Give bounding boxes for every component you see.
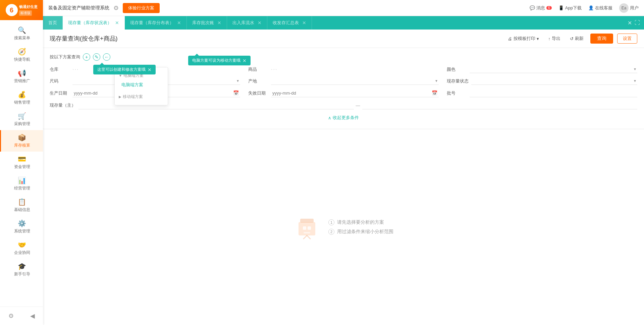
expire-date-input[interactable] [272,91,430,96]
color-select[interactable]: ▾ [470,65,637,73]
tab-close-inventory-dist[interactable]: ✕ [177,20,181,25]
sidebar-item-purchase[interactable]: 🛒 采购管理 [0,109,43,130]
refresh-scheme-button[interactable]: ← [103,53,110,61]
tab-home[interactable]: 首页 [43,16,63,30]
pc-scheme-item[interactable]: 电脑端方案 [115,80,168,90]
maximize-tabs-icon[interactable]: ⛶ [635,20,640,26]
search-button[interactable]: 查询 [590,34,613,44]
step1-text: 请先选择要分析的方案 [337,219,384,225]
add-scheme-button[interactable]: + [83,53,90,61]
settings-bottom-button[interactable]: ⚙ [7,311,15,321]
nav-label-search: 搜索菜单 [14,35,30,41]
export-button[interactable]: ↑ 导出 [546,34,564,43]
nav-label-enterprise: 企业协同 [14,250,30,256]
collapse-filter-button[interactable]: ∧ 收起更多条件 [50,112,637,123]
sidebar-item-sales[interactable]: 💰 销售管理 [0,87,43,109]
phone-icon: 📱 [558,5,564,10]
tab-close-inout-flow[interactable]: ✕ [258,20,262,25]
expire-date-label: 失效日期 [248,90,268,96]
tab-close-batch-accounts[interactable]: ✕ [217,20,221,25]
mobile-group-label: 移动端方案 [123,94,143,100]
sidebar-item-enterprise[interactable]: 🤝 企业协同 [0,237,43,259]
industry-plan-button[interactable]: 体验行业方案 [123,3,160,13]
origin-label: 产地 [248,78,268,84]
sidebar-item-operation[interactable]: 📊 经营管理 [0,173,43,195]
nav-label-basic: 基础信息 [14,207,30,213]
empty-state: 1 请先选择要分析的方案 2 用过滤条件来缩小分析范围 [293,214,393,240]
empty-step-2: 2 用过滤条件来缩小分析范围 [328,229,393,235]
newbie-nav-icon: 🎓 [18,262,26,270]
tabs-end-controls: ✕ ⛶ [624,16,644,30]
user-label: 用户 [630,5,639,11]
sidebar-item-search[interactable]: 🔍 搜索菜单 [0,23,43,44]
sales-nav-icon: 💰 [18,91,26,99]
sidebar-item-finance[interactable]: 💳 资金管理 [0,152,43,173]
settings-gear-icon[interactable]: ⚙ [113,4,119,12]
tab-inventory-dist[interactable]: 现存量（库存分布表） ✕ [125,16,187,30]
prod-date-label: 生产日期 [50,90,70,96]
expire-date-wrapper: 📅 [271,89,439,97]
tab-close-receive-summary[interactable]: ✕ [302,20,306,25]
refresh-button[interactable]: ↺ 刷新 [567,34,586,43]
collapse-icon: ∧ [328,115,331,120]
sidebar-item-system[interactable]: ⚙️ 系统管理 [0,216,43,237]
edit-scheme-button[interactable]: ✎ [93,53,100,61]
tab-inventory-status[interactable]: 现存量（库存状况表） ✕ [63,16,125,30]
stock-status-select[interactable]: ▾ [471,77,637,85]
tab-inout-flow[interactable]: 出入库流水 ✕ [227,16,267,30]
expire-date-calendar-icon[interactable]: 📅 [432,90,437,96]
support-label: 在线客服 [595,5,612,11]
app-download-label: App下载 [565,5,582,11]
sidebar-item-marketing[interactable]: 📢 营销推广 [0,66,43,87]
sidebar-item-newbie[interactable]: 🎓 新手引导 [0,259,43,280]
tooltip1-close-button[interactable]: ✕ [243,58,247,63]
message-label: 消息 [536,5,545,11]
tab-close-inventory-status[interactable]: ✕ [115,20,119,25]
tooltip2-close-button[interactable]: ✕ [148,67,152,72]
settings-button[interactable]: 设置 [617,34,637,44]
print-label: 按模板打印 [514,36,535,42]
stock-status-field: 现存量状态 ▾ [447,77,637,85]
batch-no-input[interactable] [470,89,637,97]
scheme-tooltip-1: 电脑方案可设为移动方案哦 ✕ [188,56,251,65]
color-dropdown-icon: ▾ [634,67,636,71]
color-field: 颜色 ▾ [447,65,637,73]
mobile-scheme-group: ▶ 移动端方案 [115,91,168,102]
batch-no-label: 批号 [447,90,467,96]
svg-rect-1 [300,219,314,223]
inventory-nav-icon: 📦 [18,133,26,142]
refresh-label: 刷新 [575,36,584,42]
sidebar-navigation: 🔍 搜索菜单 🧭 快捷导航 📢 营销推广 💰 销售管理 🛒 采购管理 📦 库存核… [0,20,43,307]
nav-label-guide: 快捷导航 [14,57,30,62]
expire-date-field: 失效日期 📅 [248,89,439,97]
search-nav-icon: 🔍 [18,26,26,34]
close-all-tabs-icon[interactable]: ✕ [628,20,632,26]
sidebar-item-guide[interactable]: 🧭 快捷导航 [0,44,43,66]
tab-receive-summary-label: 收发存汇总表 [273,20,299,26]
content-area: 1 请先选择要分析的方案 2 用过滤条件来缩小分析范围 [43,129,644,325]
origin-select[interactable]: ▾ [271,77,439,85]
user-avatar: Ea [619,3,629,13]
page-area: 现存量查询(按仓库+商品) 🖨 按模板打印 ▾ ↑ 导出 ↺ 刷新 查询 设置 [43,30,644,325]
print-button[interactable]: 🖨 按模板打印 ▾ [505,34,542,43]
nav-label-operation: 经营管理 [14,185,30,191]
system-nav-icon: ⚙️ [18,219,26,227]
svg-rect-3 [308,226,311,230]
refresh-icon: ↺ [570,36,574,41]
main-content: 装备及固定资产辅助管理系统 ⚙ 体验行业方案 💬 消息 6 📱 App下载 👤 … [43,0,644,325]
basic-nav-icon: 📋 [18,198,26,206]
sidebar-item-inventory[interactable]: 📦 库存核算 [0,130,43,152]
operation-nav-icon: 📊 [18,176,26,184]
tab-batch-accounts[interactable]: 库存批次账 ✕ [187,16,227,30]
prod-date-calendar-icon[interactable]: 📅 [233,90,239,96]
stock-qty-max-input[interactable] [362,101,638,109]
header: 装备及固定资产辅助管理系统 ⚙ 体验行业方案 💬 消息 6 📱 App下载 👤 … [43,0,644,16]
user-profile-item[interactable]: Ea 用户 [619,3,639,13]
online-support-item[interactable]: 👤 在线客服 [588,5,612,11]
tab-receive-summary[interactable]: 收发存汇总表 ✕ [267,16,312,30]
sidebar-item-basic[interactable]: 📋 基础信息 [0,195,43,216]
nav-label-newbie: 新手引导 [14,271,30,277]
collapse-sidebar-button[interactable]: ◀ [29,311,36,321]
app-download-item[interactable]: 📱 App下载 [558,5,582,11]
message-item[interactable]: 💬 消息 6 [530,5,552,11]
